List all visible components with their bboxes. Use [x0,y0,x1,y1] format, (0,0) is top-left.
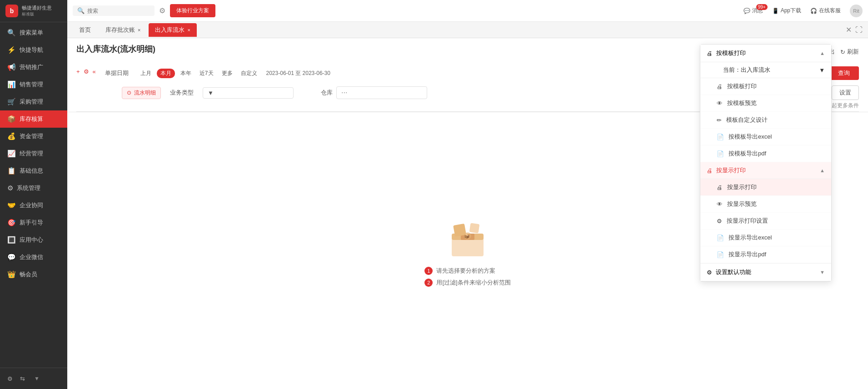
date-range-display: 2023-06-01 至 2023-06-30 [266,70,330,77]
empty-step2-text: 用[过滤]条件来缩小分析范围 [436,279,510,287]
query-btn[interactable]: 查询 [829,66,859,80]
sidebar-item-sales[interactable]: 📊 销售管理 [0,76,67,93]
settings-footer-icon[interactable]: ⚙ [7,375,13,382]
system-icon: ⚙ [7,184,13,192]
current-template-chevron: ▼ [819,67,825,74]
sidebar-item-inventory[interactable]: 📦 库存核算 [0,110,67,128]
add-condition-btn[interactable]: + [76,68,80,75]
tab-flow[interactable]: 出入库流水 × [149,23,196,37]
sales-icon: 📊 [7,80,16,89]
default-func-label: 设置默认功能 [716,268,751,276]
display-excel-item-icon: 📄 [717,234,724,241]
dropdown-item-template-pdf[interactable]: 📄 按模板导出pdf [700,145,831,162]
collapse-sidebar-btn[interactable]: « [93,68,96,75]
sidebar-scroll-down[interactable]: ▼ [32,374,41,384]
collapse-sidebar-icon[interactable]: ⇆ [20,375,25,382]
phone-icon: 📱 [772,8,779,14]
date-btn-more[interactable]: 更多 [219,69,235,78]
tab-home[interactable]: 首页 [73,23,97,37]
app-download-label: App下载 [781,7,801,15]
default-func-icon: ⚙ [707,269,712,276]
user-name: Rit [853,8,859,14]
refresh-icon: ↻ [840,49,845,55]
tab-inventory-batch[interactable]: 库存批次账 × [99,23,147,37]
sidebar-label-corp: 企业协同 [20,201,43,209]
dropdown-item-display-excel[interactable]: 📄 按显示导出excel [700,229,831,246]
sidebar-nav: 🔍 搜索菜单 ⚡ 快捷导航 📢 营销推广 📊 销售管理 🛒 采购管理 📦 库存核… [0,22,67,368]
date-btn-this-year[interactable]: 本年 [178,69,194,78]
sidebar-item-wecom[interactable]: 💬 企业微信 [0,249,67,266]
search-input[interactable] [87,8,146,14]
sidebar-label-finance: 资金管理 [20,132,43,140]
sidebar-item-search[interactable]: 🔍 搜索菜单 [0,24,67,41]
basic-icon: 📋 [7,167,16,175]
sidebar-label-wecom: 企业微信 [20,253,43,261]
dropdown-item-display-print[interactable]: 🖨 按显示打印 [700,179,831,196]
expand-tab-btn[interactable]: ⛶ [855,25,863,34]
dropdown-item-display-pdf[interactable]: 📄 按显示导出pdf [700,246,831,263]
tab-flow-close[interactable]: × [187,27,190,33]
search-icon: 🔍 [7,29,16,37]
tab-home-label: 首页 [79,26,91,34]
app-edition: 标准版 [22,11,52,17]
gear-icon[interactable]: ⚙ [159,6,165,15]
date-btn-custom[interactable]: 自定义 [238,69,260,78]
dropdown-item-template-excel[interactable]: 📄 按模板导出excel [700,129,831,145]
dropdown-item-template-print[interactable]: 🖨 按模板打印 [700,78,831,95]
user-avatar[interactable]: Rit [850,5,863,17]
sidebar-label-guide: 新手引导 [20,219,43,227]
sidebar-item-purchase[interactable]: 🛒 采购管理 [0,93,67,110]
default-func-chevron: ▼ [820,269,825,275]
corp-icon: 🤝 [7,201,16,209]
warehouse-label: 仓库 [321,89,333,97]
date-btn-this-month[interactable]: 本月 [157,69,175,78]
display-settings-item-label: 按显示打印设置 [727,217,768,225]
refresh-btn[interactable]: ↻ 刷新 [840,48,859,56]
display-pdf-item-icon: 📄 [717,251,724,258]
template-preview-item-icon: 👁 [717,100,723,107]
close-tab-btn[interactable]: ✕ [846,25,852,34]
display-section-chevron: ▲ [820,168,825,173]
sidebar-item-finance[interactable]: 💰 资金管理 [0,128,67,145]
sidebar-item-corp[interactable]: 🤝 企业协同 [0,197,67,214]
sidebar-item-system[interactable]: ⚙ 系统管理 [0,180,67,197]
sidebar-item-operation[interactable]: 📈 经营管理 [0,145,67,162]
template-custom-item-label: 模板自定义设计 [726,116,768,124]
messages-btn[interactable]: 💬 消息 99+ [743,7,763,15]
default-func-btn[interactable]: ⚙ 设置默认功能 ▼ [700,263,831,281]
date-btn-7days[interactable]: 近7天 [197,69,216,78]
dropdown-item-template-custom[interactable]: ✏ 模板自定义设计 [700,112,831,129]
sidebar-item-marketing[interactable]: 📢 营销推广 [0,59,67,76]
template-excel-item-label: 按模板导出excel [728,133,772,141]
display-print-item-icon: 🖨 [717,184,723,191]
sidebar-item-appstore[interactable]: 🔳 应用中心 [0,231,67,249]
app-download-btn[interactable]: 📱 App下载 [772,7,801,15]
display-excel-item-label: 按显示导出excel [728,234,772,242]
warehouse-select[interactable]: ··· [336,86,427,99]
dropdown-item-display-preview[interactable]: 👁 按显示预览 [700,196,831,213]
sidebar-label-basic: 基础信息 [20,167,43,175]
dropdown-item-display-settings[interactable]: ⚙ 按显示打印设置 [700,213,831,229]
date-btn-last-month[interactable]: 上月 [138,69,154,78]
sidebar-item-guide[interactable]: 🎯 新手引导 [0,214,67,231]
sidebar-item-basic[interactable]: 📋 基础信息 [0,162,67,180]
biz-type-select[interactable]: ▼ [203,87,294,99]
messages-icon: 💬 [743,8,750,14]
sidebar-item-quick[interactable]: ⚡ 快捷导航 [0,41,67,59]
settings-condition-btn[interactable]: ⚙ [84,68,89,75]
sidebar-label-purchase: 采购管理 [20,98,43,106]
industry-btn[interactable]: 体验行业方案 [170,4,215,17]
filter-tag-label: 流水明细 [134,89,156,97]
dropdown-item-template-preview[interactable]: 👁 按模板预览 [700,95,831,112]
finance-icon: 💰 [7,132,16,140]
warehouse-more-dots[interactable]: ··· [341,89,347,97]
sidebar-item-vip[interactable]: 👑 畅会员 [0,266,67,283]
date-shortcuts: 上月 本月 本年 近7天 更多 自定义 2023-06-01 至 2023-06… [138,69,330,78]
search-topbar-icon: 🔍 [77,7,85,14]
settings-btn[interactable]: 设置 [832,85,859,100]
tab-inventory-batch-close[interactable]: × [138,27,140,33]
template-print-section-header[interactable]: 🖨 按模板打印 ▲ [700,45,831,62]
display-print-section-header[interactable]: 🖨 按显示打印 ▲ [700,162,831,179]
topbar-search-box[interactable]: 🔍 [73,5,155,16]
online-service-btn[interactable]: 🎧 在线客服 [810,7,841,15]
